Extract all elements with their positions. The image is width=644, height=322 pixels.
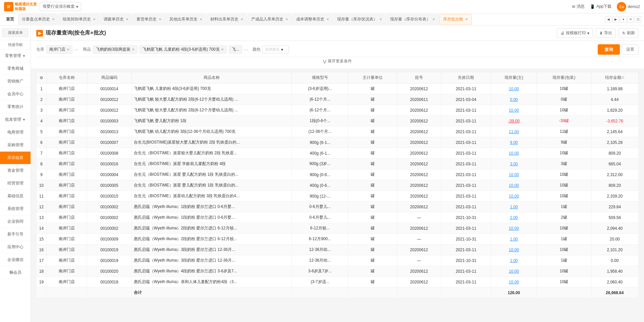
- gear-icon[interactable]: ⚙: [40, 75, 43, 80]
- product-tag1[interactable]: 飞鹤奶粉3段两提装 ✕: [93, 45, 138, 54]
- sidebar-item-wholesale[interactable]: 批发管理▼: [0, 113, 31, 126]
- tab-qita-chu[interactable]: 其他出库单历史 ✕: [166, 14, 206, 24]
- sidebar-item-ecom[interactable]: 电商管理: [0, 126, 31, 139]
- logo-area: 好 畅捷通好生意 标题版: [4, 2, 37, 11]
- user-menu[interactable]: Ea demo2: [617, 2, 640, 11]
- refresh-btn[interactable]: ↻ 刷新: [619, 28, 639, 38]
- col-gear: ⚙: [37, 72, 47, 84]
- tab-close-diao-bo[interactable]: ✕: [126, 17, 128, 21]
- tab-nav: ◀ ▶ ▾ ✕ ⊡: [605, 16, 641, 23]
- inventory-table: ⚙ 仓库名称 商品编码 商品名称 规格型号 主计量单位 批号 失效日期 现存量(…: [36, 72, 639, 298]
- search-menu-btn[interactable]: 搜索菜单: [2, 28, 29, 37]
- tab-close-fen-pan[interactable]: ✕: [52, 17, 55, 21]
- table-row: 11 南岸门店 00100015 合生元（BIOSTIME）派星幼儿配方奶粉 3…: [37, 191, 639, 202]
- tab-menu-btn[interactable]: ▾: [620, 16, 627, 23]
- expand-panel-btn[interactable]: ▶: [36, 30, 43, 37]
- table-header-row: ⚙ 仓库名称 商品编码 商品名称 规格型号 主计量单位 批号 失效日期 现存量(…: [37, 72, 639, 84]
- product-field: 商品 飞鹤奶粉3段两提装 ✕ 飞鹤星飞帆 儿童奶粉 4段(3-6岁适用) 700…: [83, 45, 249, 54]
- sidebar-item-wechat[interactable]: 企业微信: [0, 254, 31, 266]
- table-wrapper: ⚙ 仓库名称 商品编码 商品名称 规格型号 主计量单位 批号 失效日期 现存量(…: [31, 72, 644, 304]
- col-expire: 失效日期: [441, 72, 491, 84]
- product-tag2-close[interactable]: ✕: [221, 48, 224, 51]
- tab-close-xianzai-fen[interactable]: ✕: [432, 17, 435, 21]
- tab-close-xianzai-ku[interactable]: ✕: [379, 17, 382, 21]
- topbar-right: ✉ 消息 📱 App下载 Ea demo2: [572, 2, 640, 11]
- tab-close-yao-huo[interactable]: ✕: [159, 17, 161, 21]
- table-row: 12 南岸门店 00100002 惠氏启蕴（Wyeth illuma）1段奶粉 …: [37, 202, 639, 212]
- sidebar-item-purchase[interactable]: 采购管理: [0, 139, 31, 152]
- tab-close-all-btn[interactable]: ✕: [627, 16, 634, 23]
- tab-kucun-pi[interactable]: 库存批次账 ✕: [439, 14, 472, 24]
- table-row: 18 南岸门店 00100020 惠氏启蕴（Wyeth illuma）4段奶粉 …: [37, 266, 639, 277]
- sidebar-item-ops[interactable]: 经营管理: [0, 177, 31, 190]
- settings-btn[interactable]: 设置: [622, 44, 639, 55]
- warehouse-tag[interactable]: 南岸门店 ✕: [46, 45, 72, 54]
- tab-home[interactable]: 首页: [3, 14, 17, 24]
- message-btn[interactable]: ✉ 消息: [572, 4, 585, 9]
- logo-icon: 好: [4, 2, 13, 11]
- product-tag2[interactable]: 飞鹤星飞帆 儿童奶粉 4段(3-6岁适用) 700克 ✕: [140, 45, 227, 54]
- sidebar-item-finance[interactable]: 资金管理: [0, 164, 31, 177]
- warehouse-tag-close[interactable]: ✕: [67, 48, 69, 51]
- app-download-btn[interactable]: 📱 App下载: [590, 4, 611, 9]
- expand-conditions-btn[interactable]: ⋁ 展开更多条件: [323, 58, 352, 64]
- search-row: 仓库 南岸门店 ✕ ··· 商品 飞鹤奶粉3段两提装 ✕ 飞鹤星飞帆 儿童奶粉 …: [36, 44, 639, 55]
- sidebar-item-inventory[interactable]: 库存核算: [0, 152, 31, 164]
- print-btn[interactable]: 🖨 按模板打印 ▾: [557, 28, 593, 38]
- tab-restore-btn[interactable]: ⊡: [635, 16, 641, 23]
- tab-chanjin-ru[interactable]: 产成品入库单历史 ✕: [248, 14, 292, 24]
- sidebar-item-app[interactable]: 应用中心: [0, 241, 31, 254]
- sidebar-item-basic[interactable]: 基础信息: [0, 190, 31, 203]
- table-row: 1 南岸门店 00100014 飞鹤星飞帆 儿童奶粉 4段(3-6岁适用) 70…: [37, 84, 639, 94]
- message-icon: ✉: [572, 4, 575, 9]
- footer-amount: 26,968.64: [591, 287, 638, 298]
- tab-yao-huo[interactable]: 要货单历史 ✕: [133, 14, 165, 24]
- print-dropdown-icon[interactable]: ▾: [587, 31, 589, 36]
- tab-close-chengben[interactable]: ✕: [326, 17, 329, 21]
- sidebar-item-guide[interactable]: 新手引导: [0, 228, 31, 241]
- expand-conditions-row: ⋁ 展开更多条件: [36, 57, 639, 65]
- table-row: 5 南岸门店 00100013 飞鹤星飞帆 幼儿配方奶粉 3段(12-36个月幼…: [37, 126, 639, 137]
- account-selector[interactable]: 母婴行业演示账套 ▾: [40, 2, 81, 11]
- col-code: 商品编码: [87, 72, 131, 84]
- tab-next-btn[interactable]: ▶: [612, 16, 619, 23]
- tab-zu-chai[interactable]: 组装拆卸单历史 ✕: [59, 14, 99, 24]
- table-row: 9 南岸门店 00100004 合生元（BIOSTIME）派星 婴儿配方奶粉 1…: [37, 169, 639, 180]
- sidebar-item-system[interactable]: 系统管理: [0, 203, 31, 215]
- tab-cailiao-chu[interactable]: 材料出库单历史 ✕: [207, 14, 247, 24]
- sidebar-item-collab[interactable]: 企业协同: [0, 215, 31, 228]
- sidebar-item-marketing[interactable]: 营销推广: [0, 75, 31, 88]
- product-tag3[interactable]: 飞...: [229, 45, 242, 54]
- tab-close-kucun-pi[interactable]: ✕: [465, 17, 468, 21]
- logo-text: 畅捷通好生意 标题版: [15, 2, 37, 11]
- sidebar-item-member2[interactable]: 畅会员: [0, 266, 31, 279]
- amount-info-icon[interactable]: ①: [621, 75, 625, 79]
- warehouse-more[interactable]: ···: [74, 47, 79, 52]
- sidebar-item-member[interactable]: 会员中心: [0, 88, 31, 101]
- sidebar-item-stats[interactable]: 零售统计: [0, 101, 31, 113]
- page-actions: 🖨 按模板打印 ▾ ⬇ 导出 ↻ 刷新: [557, 28, 639, 38]
- col-unit: 主计量单位: [348, 72, 397, 84]
- tab-close-chanjin-ru[interactable]: ✕: [285, 17, 288, 21]
- tab-xianzai-ku[interactable]: 现存量（库存状况表） ✕: [333, 14, 386, 24]
- product-tag1-close[interactable]: ✕: [132, 48, 135, 51]
- table-row: 19 南岸门店 00100018 惠氏启蕴（Wyeth illuma）亲和人体儿…: [37, 277, 639, 287]
- refresh-icon: ↻: [622, 31, 626, 36]
- tab-close-zu-chai[interactable]: ✕: [93, 17, 96, 21]
- sidebar-item-retail-shop[interactable]: 零售商城: [0, 62, 31, 75]
- tab-chengben[interactable]: 成本调整单历史 ✕: [292, 14, 333, 24]
- query-btn[interactable]: 查询: [598, 44, 620, 55]
- tab-diao-bo[interactable]: 调拨单历史 ✕: [100, 14, 132, 24]
- sidebar-quick-nav[interactable]: 快捷导航: [0, 40, 31, 50]
- tab-prev-btn[interactable]: ◀: [605, 16, 612, 23]
- export-btn[interactable]: ⬇ 导出: [596, 28, 616, 38]
- sidebar-item-retail[interactable]: 零售管理▼: [0, 50, 31, 62]
- tab-fen-pan[interactable]: 分量盘点单历史 ✕: [18, 14, 58, 24]
- tab-close-qita-chu[interactable]: ✕: [200, 17, 202, 21]
- color-dropdown[interactable]: 选择颜色 ▾: [262, 46, 289, 53]
- tab-close-cailiao-chu[interactable]: ✕: [240, 17, 243, 21]
- tab-xianzai-fen[interactable]: 现存量（库存分布表） ✕: [386, 14, 439, 24]
- product-more[interactable]: ···: [244, 47, 249, 52]
- tabbar: 首页 分量盘点单历史 ✕ 组装拆卸单历史 ✕ 调拨单历史 ✕ 要货单历史 ✕ 其…: [0, 13, 644, 25]
- table-row: 15 南岸门店 00100009 惠氏启蕴（Wyeth illuma）2段奶粉 …: [37, 234, 639, 245]
